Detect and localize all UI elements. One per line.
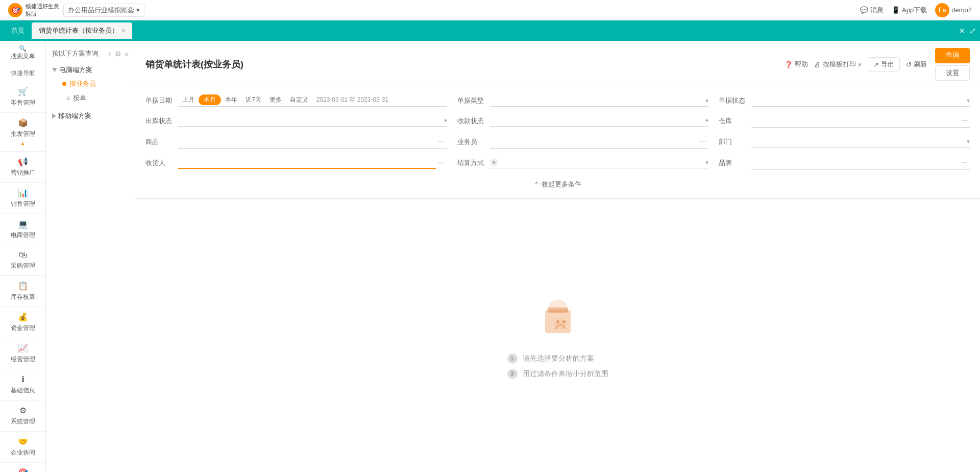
print-icon: 🖨 (814, 61, 821, 68)
settings-btn[interactable]: 设置 (935, 65, 970, 81)
sidebar-item-sales[interactable]: 📊 销售管理 (0, 183, 45, 214)
sidebar-search[interactable]: 🔍 搜索菜单 (0, 41, 45, 65)
filter-row-2: 出库状态 ▾ 收款状态 ▾ 仓库 (145, 114, 970, 128)
wholesale-icon: 📦 (18, 118, 28, 128)
filter-doctype-field: 单据类型 ▾ (457, 95, 708, 107)
message-btn[interactable]: 💬 消息 (860, 6, 884, 15)
help-btn[interactable]: ❓ 帮助 (785, 60, 808, 69)
date-btn-this-year[interactable]: 本年 (221, 95, 241, 105)
mobile-group-header[interactable]: 移动端方案 (52, 109, 129, 123)
add-scheme-btn[interactable]: + (108, 50, 112, 58)
query-btn-area: 查询 设置 (935, 48, 970, 81)
filter-row-4: 收货人 ··· 结算方式 ✕ ▾ 品牌 ··· (145, 156, 970, 170)
doc-status-select[interactable]: ▾ (751, 95, 970, 107)
help-icon: ❓ (785, 61, 793, 68)
system-icon: ⚙ (19, 406, 27, 415)
date-btn-more[interactable]: 更多 (265, 95, 286, 105)
collapse-panel-btn[interactable]: « (125, 50, 129, 58)
goods-picker-btn[interactable]: ··· (436, 137, 447, 146)
sidebar-item-system[interactable]: ⚙ 系统管理 (0, 400, 45, 432)
page-header-right: ❓ 帮助 🖨 按模板打印 ▾ ↗ 导出 ↺ (785, 48, 970, 81)
left-panel-header: 按以下方案查询 + ⚙ « (46, 46, 135, 61)
filter-salesperson-field: 业务员 ··· (457, 135, 708, 149)
tab-bar: 首页 销货单统计表（按业务员） × ✕ ⤢ (0, 20, 980, 41)
settlement-chevron-icon: ▾ (705, 159, 708, 166)
out-status-select[interactable]: ▾ (178, 115, 447, 127)
sidebar-item-collab[interactable]: 🤝 企业协同 (0, 432, 45, 463)
doc-type-select[interactable]: ▾ (490, 95, 708, 107)
consignee-picker-btn[interactable]: ··· (436, 158, 447, 168)
consignee-input[interactable] (178, 156, 436, 169)
sidebar-item-ecom[interactable]: 💻 电商管理 (0, 214, 45, 245)
main-layout: 🔍 搜索菜单 快捷导航 🛒 零售管理 📦 批发管理 ▲ 📢 营销推广 📊 销售管… (0, 41, 980, 472)
desktop-scheme-group: 电脑端方案 按业务员 ≡ 按单 (46, 61, 135, 107)
desktop-group-header[interactable]: 电脑端方案 (52, 63, 129, 77)
sidebar-item-finance[interactable]: 💰 资金管理 (0, 307, 45, 338)
logo-icon: 🎯 (8, 3, 22, 17)
purchase-icon: 🛍 (19, 250, 27, 259)
collapse-row: ⌃ 收起更多条件 (145, 177, 970, 190)
app-download-btn[interactable]: 📱 App下载 (892, 6, 927, 15)
sidebar-item-basic[interactable]: ℹ 基础信息 (0, 369, 45, 400)
collect-status-select[interactable]: ▾ (490, 115, 708, 127)
export-btn[interactable]: ↗ 导出 (868, 57, 900, 72)
dept-select[interactable]: ▾ (751, 136, 970, 148)
user-avatar-btn[interactable]: Ea demo2 (935, 3, 972, 17)
date-btn-this-month[interactable]: 本月 (199, 95, 221, 105)
window-close-btn[interactable]: ✕ (959, 26, 965, 36)
sidebar-item-purchase[interactable]: 🛍 采购管理 (0, 245, 45, 276)
sidebar-item-guide[interactable]: 🎯 新手引导 (0, 463, 45, 472)
query-btn[interactable]: 查询 (935, 48, 970, 63)
salesperson-picker-btn[interactable]: ··· (697, 137, 708, 146)
active-dot (62, 82, 66, 86)
brand-picker-btn[interactable]: ··· (959, 158, 970, 167)
date-range-display: 2023-03-01 至 2023-03-31 (316, 96, 388, 104)
date-btn-7days[interactable]: 近7天 (241, 95, 265, 105)
tab-close-btn[interactable]: × (121, 27, 125, 34)
filter-warehouse-field: 仓库 ··· (719, 114, 970, 128)
filter-outstatus-field: 出库状态 ▾ (145, 115, 447, 127)
search-icon: 🔍 (19, 45, 27, 52)
scheme-item-by-order[interactable]: ≡ 按单 (52, 91, 129, 105)
settings-scheme-btn[interactable]: ⚙ (115, 50, 121, 58)
window-expand-btn[interactable]: ⤢ (969, 26, 976, 36)
left-panel: 按以下方案查询 + ⚙ « 电脑端方案 按业务员 ≡ 按单 (46, 41, 135, 472)
logo-text: 畅捷通好生意 标版 (26, 3, 59, 17)
settlement-select[interactable]: ✕ ▾ (490, 156, 708, 169)
settlement-clear-btn[interactable]: ✕ (490, 158, 498, 167)
page-header: 销货单统计表(按业务员) ❓ 帮助 🖨 按模板打印 ▾ ↗ (135, 41, 980, 86)
empty-step-1: ① 请先选择要分析的方案 (507, 353, 608, 364)
date-btn-custom[interactable]: 自定义 (286, 95, 312, 105)
tab-active[interactable]: 销货单统计表（按业务员） × (32, 22, 132, 39)
sales-icon: 📊 (18, 188, 28, 198)
sidebar-item-retail[interactable]: 🛒 零售管理 (0, 82, 45, 113)
collapse-more-btn[interactable]: ⌃ 收起更多条件 (534, 180, 581, 189)
sidebar-item-wholesale[interactable]: 📦 批发管理 ▲ (0, 113, 45, 152)
marketing-icon: 📢 (18, 157, 28, 167)
window-controls: ✕ ⤢ (959, 26, 976, 36)
warehouse-picker-btn[interactable]: ··· (959, 116, 970, 125)
svg-point-4 (562, 320, 566, 323)
sidebar: 🔍 搜索菜单 快捷导航 🛒 零售管理 📦 批发管理 ▲ 📢 营销推广 📊 销售管… (0, 41, 46, 472)
date-btn-last-month[interactable]: 上月 (178, 95, 199, 105)
sidebar-quicknav[interactable]: 快捷导航 (0, 65, 45, 82)
filter-panel: 单据日期 上月 本月 本年 近7天 更多 自定义 2023-03-01 至 20… (135, 86, 980, 199)
dept-chevron-icon: ▾ (967, 138, 970, 145)
expand-icon (52, 113, 56, 119)
ecom-icon: 💻 (18, 219, 28, 229)
sidebar-item-marketing[interactable]: 📢 营销推广 (0, 152, 45, 183)
refresh-icon: ↺ (906, 61, 912, 68)
filter-row-3: 商品 ··· 业务员 ··· 部门 (145, 135, 970, 149)
expand-icon (52, 68, 57, 72)
tab-home[interactable]: 首页 (4, 22, 32, 39)
collect-status-chevron-icon: ▾ (705, 117, 708, 124)
print-btn[interactable]: 🖨 按模板打印 ▾ (814, 60, 862, 69)
sidebar-item-inventory[interactable]: 📋 库存核算 (0, 276, 45, 307)
left-panel-icons: + ⚙ « (108, 50, 129, 58)
refresh-btn[interactable]: ↺ 刷新 (906, 60, 927, 69)
out-status-chevron-icon: ▾ (444, 117, 447, 124)
chevron-down-icon: ▾ (136, 6, 140, 14)
sidebar-item-operations[interactable]: 📈 经营管理 (0, 338, 45, 369)
scheme-item-salesperson[interactable]: 按业务员 (52, 77, 129, 91)
app-dropdown[interactable]: 办公用品行业模拟账套 ▾ (63, 4, 144, 17)
